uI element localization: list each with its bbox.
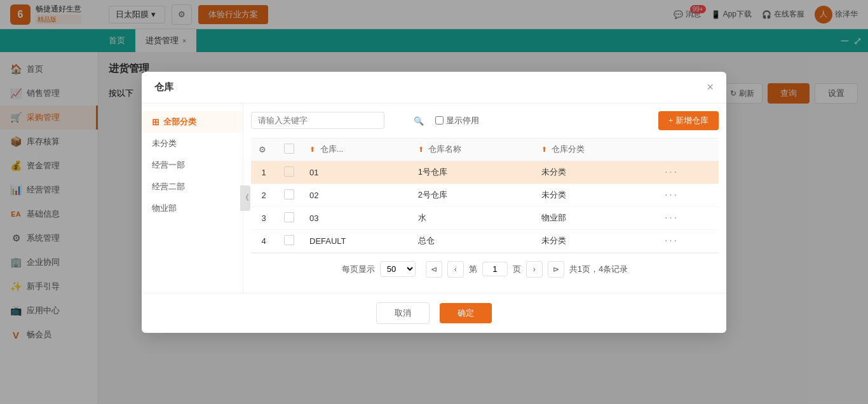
table-row[interactable]: 4 DEFAULT 总仓 未分类 ··· [251,229,719,252]
page-prev-button[interactable]: ‹ [447,261,464,278]
row-checkbox-0[interactable] [284,166,294,177]
row-name-3: 总仓 [410,229,534,252]
category-all[interactable]: ⊞ 全部分类 [142,111,243,133]
show-disabled-checkbox[interactable] [435,116,444,125]
sort-icon-name: ⬆ [418,145,424,153]
row-code-0: 01 [302,161,410,184]
table-container: ⚙ ⬆ 仓库... ⬆ [251,138,719,253]
table-row[interactable]: 1 01 1号仓库 未分类 ··· [251,161,719,184]
category-item-2[interactable]: 经营二部 [142,176,243,198]
sort-icon-category: ⬆ [541,145,547,153]
row-category-2: 物业部 [534,206,657,229]
confirm-button[interactable]: 确定 [440,303,492,323]
row-code-3: DEFAULT [302,229,410,252]
dialog-close-button[interactable]: × [707,81,714,94]
modal-overlay: 仓库 × ⊞ 全部分类 未分类 经营一部 经营二部 物业部 《 [0,0,868,404]
grid-icon: ⊞ [152,117,159,127]
search-icon[interactable]: 🔍 [414,116,424,125]
dialog-header: 仓库 × [142,72,726,104]
search-wrap: 🔍 [251,112,429,129]
page-number-input[interactable] [482,262,508,276]
row-check-1[interactable] [276,184,302,206]
row-code-1: 02 [302,184,410,206]
dialog-title: 仓库 [154,81,173,93]
sort-icon-code: ⬆ [309,145,315,153]
col-header-actions [657,138,719,161]
row-num-2: 3 [251,206,276,229]
pagination: 每页显示 50 10 20 100 ⊲ ‹ 第 页 › ⊳ 共1页，4条记录 [251,253,719,285]
show-disabled-label[interactable]: 显示停用 [435,115,479,126]
row-code-2: 03 [302,206,410,229]
row-checkbox-2[interactable] [284,212,294,222]
table-header-row: ⚙ ⬆ 仓库... ⬆ [251,138,719,161]
category-item-1[interactable]: 经营一部 [142,154,243,176]
page-first-button[interactable]: ⊲ [426,261,442,278]
header-checkbox[interactable] [284,144,294,154]
category-item-0[interactable]: 未分类 [142,133,243,154]
row-check-0[interactable] [276,161,302,184]
col-header-check[interactable] [276,138,302,161]
table-panel: 🔍 显示停用 + 新增仓库 ⚙ [243,104,726,293]
settings-col-icon: ⚙ [259,145,266,154]
category-collapse-button[interactable]: 《 [240,185,250,211]
col-header-category: ⬆ 仓库分类 [534,138,657,161]
table-row[interactable]: 3 03 水 物业部 ··· [251,206,719,229]
search-input[interactable] [251,112,384,129]
table-body: 1 01 1号仓库 未分类 ··· 2 02 2号仓库 未分类 ··· 3 03… [251,161,719,252]
row-checkbox-1[interactable] [284,189,294,199]
col-header-name: ⬆ 仓库名称 [410,138,534,161]
dialog-footer: 取消 确定 [142,293,726,333]
row-actions-2[interactable]: ··· [657,206,719,229]
row-actions-3[interactable]: ··· [657,229,719,252]
row-actions-1[interactable]: ··· [657,184,719,206]
warehouse-table: ⚙ ⬆ 仓库... ⬆ [251,138,719,253]
category-panel: ⊞ 全部分类 未分类 经营一部 经营二部 物业部 《 [142,104,243,293]
category-item-3[interactable]: 物业部 [142,198,243,219]
col-header-code: ⬆ 仓库... [302,138,410,161]
row-name-0: 1号仓库 [410,161,534,184]
row-check-3[interactable] [276,229,302,252]
warehouse-dialog: 仓库 × ⊞ 全部分类 未分类 经营一部 经营二部 物业部 《 [142,72,726,333]
page-next-button[interactable]: › [526,261,543,278]
row-checkbox-3[interactable] [284,235,294,245]
per-page-label: 每页显示 [342,264,375,275]
add-warehouse-button[interactable]: + 新增仓库 [658,111,719,130]
row-category-0: 未分类 [534,161,657,184]
row-check-2[interactable] [276,206,302,229]
table-row[interactable]: 2 02 2号仓库 未分类 ··· [251,184,719,206]
table-toolbar: 🔍 显示停用 + 新增仓库 [251,111,719,130]
row-category-3: 未分类 [534,229,657,252]
dialog-body: ⊞ 全部分类 未分类 经营一部 经营二部 物业部 《 🔍 [142,104,726,293]
cancel-button[interactable]: 取消 [376,302,430,324]
row-num-3: 4 [251,229,276,252]
col-header-settings[interactable]: ⚙ [251,138,276,161]
row-name-2: 水 [410,206,534,229]
page-unit-label: 页 [513,264,521,275]
row-category-1: 未分类 [534,184,657,206]
row-num-1: 2 [251,184,276,206]
page-label: 第 [469,264,477,275]
row-name-1: 2号仓库 [410,184,534,206]
row-actions-0[interactable]: ··· [657,161,719,184]
row-num-0: 1 [251,161,276,184]
per-page-select[interactable]: 50 10 20 100 [380,261,416,277]
total-info-label: 共1页，4条记录 [569,264,628,275]
page-last-button[interactable]: ⊳ [548,261,564,278]
